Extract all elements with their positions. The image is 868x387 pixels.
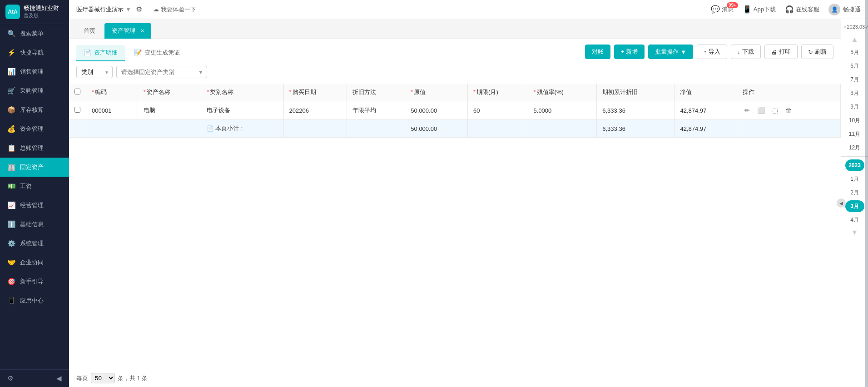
guide-icon: 🎯	[7, 278, 15, 286]
subtotal-net-value: 42,874.97	[675, 120, 737, 138]
app-download-icon: 📱	[743, 5, 752, 14]
logo-icon: AtA	[5, 5, 20, 19]
sidebar-item-search[interactable]: 🔍 搜索菜单	[0, 24, 69, 43]
month-feb-2023[interactable]: 2月	[845, 187, 864, 198]
month-10[interactable]: 10月	[845, 114, 864, 126]
cell-category: 电子设备	[201, 101, 283, 120]
month-5[interactable]: 5月	[845, 46, 864, 58]
select-all-checkbox[interactable]	[74, 89, 80, 94]
print-btn[interactable]: 🖨 打印	[764, 45, 798, 59]
sidebar-item-operations[interactable]: 📈 经营管理	[0, 196, 69, 215]
account-btn[interactable]: 对账	[585, 45, 610, 59]
sidebar-item-enterprise[interactable]: 🤝 企业协同	[0, 253, 69, 272]
sidebar-item-label: 固定资产	[20, 163, 44, 171]
sidebar-item-label: 基础信息	[20, 220, 44, 228]
messages-button[interactable]: 💬 消息 99+	[711, 5, 734, 14]
company-selector[interactable]: 医疗器械行业演示 ▼	[76, 5, 131, 14]
subtotal-empty-7	[528, 120, 597, 138]
system-icon: ⚙️	[7, 239, 15, 248]
category-input[interactable]	[116, 66, 207, 78]
right-panel-expand-button[interactable]: ◀	[837, 198, 846, 208]
sidebar-item-ledger[interactable]: 📋 总账管理	[0, 139, 69, 158]
col-action: 操作	[737, 84, 841, 101]
right-panel-down-button[interactable]: ▼	[849, 227, 860, 238]
sidebar-collapse-button[interactable]: ◀	[56, 374, 62, 382]
import-btn[interactable]: ↑ 导入	[697, 45, 727, 59]
asset-table: *编码 *资产名称 *类别名称 *购买日期 折旧方法 *原值 *期限(月) *残…	[69, 84, 841, 138]
more-button[interactable]: ⬚	[770, 106, 780, 115]
sidebar-item-fixed-assets[interactable]: 🏢 固定资产	[0, 158, 69, 177]
sidebar-item-app-center[interactable]: 📱 应用中心	[0, 291, 69, 310]
sidebar-item-label: 新手引导	[20, 278, 44, 286]
col-purchase-date: *购买日期	[283, 84, 347, 101]
month-jan-2023[interactable]: 1月	[845, 173, 864, 185]
month-mar-2023[interactable]: 3月	[845, 200, 864, 212]
col-category: *类别名称	[201, 84, 283, 101]
per-page-select[interactable]: 50 10 20 100	[91, 373, 115, 383]
month-8[interactable]: 8月	[845, 87, 864, 99]
right-panel-expand-icon[interactable]: ⤢	[865, 24, 868, 30]
category-select[interactable]: 类别	[76, 66, 113, 78]
sidebar-item-label: 企业协同	[20, 258, 44, 267]
user-menu[interactable]: 👤 畅捷通	[828, 4, 861, 15]
online-service-button[interactable]: 🎧 在线客服	[785, 5, 819, 14]
bottom-bar: 每页 50 10 20 100 条，共 1 条	[69, 369, 841, 387]
sub-tab-asset-detail[interactable]: 📄 资产明细	[76, 45, 125, 61]
download-btn[interactable]: ↓ 下载	[731, 45, 761, 59]
sidebar-item-label: 采购管理	[20, 87, 44, 95]
sidebar-item-label: 应用中心	[20, 297, 44, 305]
sidebar-item-label: 销售管理	[20, 68, 44, 76]
ledger-icon: 📋	[7, 144, 15, 152]
month-12[interactable]: 12月	[845, 142, 864, 154]
sidebar-item-purchase[interactable]: 🛒 采购管理	[0, 81, 69, 100]
settings-button[interactable]: ⚙	[7, 374, 13, 382]
tab-close-button[interactable]: ×	[141, 27, 144, 34]
table-wrap: *编码 *资产名称 *类别名称 *购买日期 折旧方法 *原值 *期限(月) *残…	[69, 84, 841, 369]
company-name: 医疗器械行业演示	[76, 5, 124, 14]
cell-net-value: 42,874.97	[675, 101, 737, 120]
sidebar-item-payroll[interactable]: 💵 工资	[0, 177, 69, 196]
sidebar-item-quick-nav[interactable]: ⚡ 快捷导航	[0, 43, 69, 62]
copy-button[interactable]: ⬜	[755, 106, 767, 115]
new-btn[interactable]: + 新增	[614, 45, 645, 59]
cloud-icon: ☁	[153, 6, 159, 13]
sidebar-item-funds[interactable]: 💰 资金管理	[0, 119, 69, 139]
month-9[interactable]: 9月	[845, 101, 864, 113]
category-filter-wrap: 类别	[76, 66, 113, 78]
row-checkbox[interactable]	[74, 107, 80, 113]
experience-button[interactable]: ☁ 我要体验一下	[153, 5, 196, 14]
sidebar-item-guide[interactable]: 🎯 新手引导	[0, 272, 69, 291]
subtotal-empty-6	[468, 120, 528, 138]
operations-icon: 📈	[7, 201, 15, 209]
month-6[interactable]: 6月	[845, 60, 864, 72]
col-code: *编码	[86, 84, 138, 101]
tab-home[interactable]: 首页	[76, 23, 103, 39]
edit-button[interactable]: ✏	[743, 106, 752, 115]
subtotal-empty-8	[737, 120, 841, 138]
cell-residual-rate: 5.0000	[528, 101, 597, 120]
filter-row: 类别 ▼	[69, 62, 841, 84]
app-download-button[interactable]: 📱 App下载	[743, 5, 776, 14]
month-11[interactable]: 11月	[845, 128, 864, 140]
sidebar-item-sales[interactable]: 📊 销售管理	[0, 62, 69, 81]
subtotal-label: 📄 本页小计：	[201, 120, 283, 138]
sub-tab-change-voucher[interactable]: 📝 变更生成凭证	[127, 45, 187, 61]
month-7[interactable]: 7月	[845, 74, 864, 85]
page-content: 首页 资产管理 × 📄 资产明细 📝 变更生成凭证	[69, 19, 841, 387]
topbar-gear-button[interactable]: ⚙	[136, 5, 142, 14]
enterprise-icon: 🤝	[7, 258, 15, 267]
table-row: 000001 电脑 电子设备 202206 年限平均 50,000.00 60 …	[69, 101, 841, 120]
sidebar-item-basic-info[interactable]: ℹ️ 基础信息	[0, 215, 69, 234]
tab-asset-management[interactable]: 资产管理 ×	[104, 23, 151, 39]
sidebar-item-inventory[interactable]: 📦 库存核算	[0, 100, 69, 119]
sidebar-item-system[interactable]: ⚙️ 系统管理	[0, 234, 69, 253]
refresh-btn[interactable]: ↻ 刷新	[801, 45, 833, 59]
delete-button[interactable]: 🗑	[784, 106, 794, 115]
month-apr-2023[interactable]: 4月	[845, 214, 864, 226]
right-panel-up-button[interactable]: ▲	[849, 34, 860, 45]
subtotal-empty-4	[283, 120, 347, 138]
batch-btn[interactable]: 批量操作 ▼	[648, 45, 693, 59]
sidebar-item-label: 资金管理	[20, 125, 44, 133]
year-2023-label[interactable]: 2023	[845, 159, 864, 171]
refresh-icon: ↻	[808, 49, 813, 55]
